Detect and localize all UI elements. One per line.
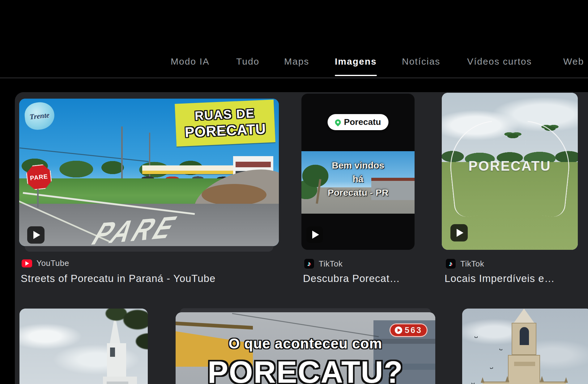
church-wing-left <box>483 382 509 384</box>
church-spire <box>514 309 534 323</box>
result-thumbnail-locais-imperdiveis[interactable]: PORECATU <box>442 93 578 250</box>
youtube-icon <box>22 259 32 267</box>
badge-play-icon <box>395 326 402 334</box>
video-title-banner: RUAS DE PORECATU <box>175 100 275 147</box>
photo-tree-branches <box>88 309 148 363</box>
result-thumbnail-streets-of-porecatu[interactable]: PARE PARE Trente RUAS DE PORECATU <box>19 99 279 246</box>
tab-modo-ia[interactable]: Modo IA <box>171 46 210 77</box>
tab-imagens[interactable]: Imagens <box>335 46 377 77</box>
stop-sign-text: PARE <box>30 173 48 182</box>
church-tower <box>508 355 540 384</box>
stop-sign-pole <box>37 189 39 207</box>
banner-line-1: RUAS DE <box>194 106 255 122</box>
result-source-youtube[interactable]: YouTube <box>22 258 69 268</box>
result-title[interactable]: Streets of Porecatu in Paraná - YouTube <box>21 273 215 284</box>
photo-bush <box>19 377 50 384</box>
overlay-line-2: há <box>301 172 415 186</box>
tab-web[interactable]: Web <box>563 46 584 77</box>
result-source-tiktok[interactable]: ♪ TikTok <box>304 258 343 269</box>
source-label: YouTube <box>36 258 69 268</box>
badge-count: 563 <box>405 326 422 335</box>
play-button-icon[interactable] <box>27 226 45 244</box>
result-thumbnail-church-white[interactable] <box>19 309 148 384</box>
tiktok-photo: Bem vindos há Porecatu - PR <box>301 151 415 214</box>
city-sign-text: PORECATU <box>442 158 578 174</box>
tiktok-icon: ♪ <box>445 258 456 269</box>
banner-line-2: PORECATU <box>185 120 266 140</box>
overlay-line-1: Bem vindos <box>301 159 415 172</box>
church-belfry <box>512 323 536 355</box>
church-wing-right <box>539 382 566 384</box>
church-pinnacle <box>505 376 509 382</box>
tab-maps[interactable]: Maps <box>284 46 309 77</box>
location-pill-text: Porecatu <box>344 117 381 127</box>
overlay-question-line-2: PORECATU? <box>176 354 435 384</box>
video-count-badge: 563 <box>390 323 428 337</box>
overlay-line-3: Porecatu - PR <box>301 186 415 199</box>
bird <box>475 336 478 338</box>
source-label: TikTok <box>460 259 484 269</box>
result-thumbnail-o-que-aconteceu[interactable]: O que aconteceu com PORECATU? 563 <box>176 312 435 384</box>
tab-tudo[interactable]: Tudo <box>236 46 259 77</box>
church-pinnacle <box>481 377 484 383</box>
street-photo-dirt-patch <box>202 184 266 206</box>
church-pinnacle <box>564 377 568 383</box>
welcome-overlay-text: Bem vindos há Porecatu - PR <box>301 159 415 199</box>
bird <box>471 383 475 384</box>
channel-logo-text: Trente <box>29 111 50 121</box>
church-base <box>103 377 137 384</box>
result-thumbnail-descubra-porecatu[interactable]: Bem vindos há Porecatu - PR Porecatu <box>301 94 415 250</box>
tiktok-icon: ♪ <box>304 258 314 269</box>
tab-videos-curtos[interactable]: Vídeos curtos <box>467 46 532 77</box>
church-pinnacle <box>540 376 544 382</box>
location-pin-icon <box>334 118 342 126</box>
result-thumbnail-church-beige[interactable] <box>462 309 588 384</box>
play-button-icon[interactable] <box>450 224 468 241</box>
street-photo-pole <box>121 126 123 179</box>
gas-station-canopy <box>142 165 244 174</box>
overlay-question-line-1: O que aconteceu com <box>176 335 435 352</box>
source-label: TikTok <box>319 259 343 269</box>
location-pill: Porecatu <box>328 114 389 130</box>
tabs-divider <box>0 78 588 78</box>
result-title[interactable]: Locais Imperdíveis e… <box>445 273 555 284</box>
tab-noticias[interactable]: Notícias <box>402 46 440 77</box>
search-tabs-bar: Modo IA Tudo Maps Imagens Notícias Vídeo… <box>0 0 588 78</box>
play-button-icon[interactable] <box>306 226 323 243</box>
result-title[interactable]: Descubra Porecat… <box>303 273 400 284</box>
palm-tree <box>504 130 522 142</box>
google-images-results-page: Modo IA Tudo Maps Imagens Notícias Vídeo… <box>0 0 588 384</box>
result-source-tiktok[interactable]: ♪ TikTok <box>445 258 484 269</box>
